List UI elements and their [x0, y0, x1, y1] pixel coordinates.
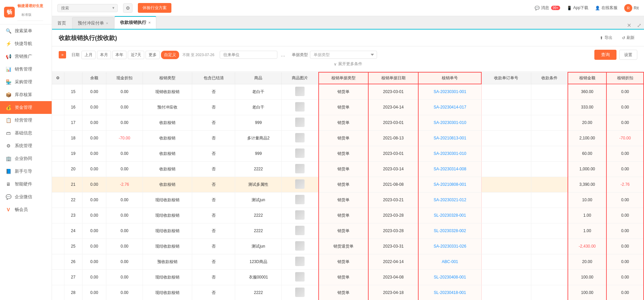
td-receipt-order-no: [481, 84, 531, 99]
writeoff-bill-no-link[interactable]: SL-20230418-001: [434, 290, 466, 295]
td-included-settled: 否: [192, 285, 235, 300]
writeoff-bill-no-link[interactable]: SL-20230328-002: [434, 228, 466, 233]
close-window-button[interactable]: ✕: [625, 22, 633, 29]
td-writeoff-type: 预付冲应收: [143, 99, 192, 115]
writeoff-bill-no-link[interactable]: SL-20230408-001: [434, 275, 466, 280]
td-goods-img: [282, 99, 319, 115]
user-avatar[interactable]: R Rit: [624, 4, 639, 12]
filter-date-7days[interactable]: 近7天: [128, 51, 144, 59]
export-button[interactable]: ⬆ 导出: [597, 34, 615, 42]
td-settings: [52, 161, 64, 177]
th-writeoff-discount: 核销折扣: [606, 72, 644, 84]
th-writeoff-type: 核销类型: [143, 72, 192, 84]
th-settings[interactable]: ⚙: [52, 72, 64, 84]
writeoff-bill-no-link[interactable]: SA-20230331-026: [434, 244, 466, 249]
writeoff-bill-no-link[interactable]: SL-20230328-001: [434, 213, 466, 218]
writeoff-bill-no-link[interactable]: SA-20230321-012: [434, 198, 466, 202]
sidebar-item-hardware[interactable]: 🖥 智能硬件: [0, 178, 52, 190]
sidebar-item-operation[interactable]: 📋 经营管理: [0, 114, 52, 127]
writeoff-bill-no-link[interactable]: ABC-001: [442, 259, 458, 264]
td-writeoff-date: 2023-03-21: [368, 192, 418, 208]
sidebar-item-vip[interactable]: V 畅会员: [0, 203, 52, 216]
chevron-down-icon: ▼: [112, 6, 115, 10]
writeoff-bill-no-link[interactable]: SA-20230301-010: [434, 120, 466, 125]
topbar-gear-button[interactable]: ⚙: [123, 3, 132, 13]
sidebar-item-sales[interactable]: 📊 销售管理: [0, 63, 52, 76]
td-writeoff-type: 现结收款核销: [143, 208, 192, 223]
filter-date-thismonth[interactable]: 本月: [97, 51, 111, 59]
quicknav-icon: ⚡: [5, 41, 11, 47]
sidebar-item-system[interactable]: ⚙ 系统管理: [0, 139, 52, 152]
tab-home[interactable]: 首页: [52, 17, 71, 29]
expand-window-button[interactable]: ⤢: [635, 22, 643, 29]
service-icon: 👤: [595, 6, 600, 10]
filter-bill-type-select[interactable]: 单据类型: [310, 51, 377, 59]
td-writeoff-amount: 100.00: [568, 269, 606, 285]
writeoff-bill-no-link[interactable]: SA-20230301-001: [434, 89, 466, 94]
td-idx: 28: [64, 285, 82, 300]
td-writeoff-type: 收款核销: [143, 115, 192, 130]
sidebar-item-search[interactable]: 🔍 搜索菜单: [0, 25, 52, 37]
sidebar-item-corp[interactable]: 🏢 企业协同: [0, 152, 52, 165]
tab-prepay[interactable]: 预付冲应付单 ×: [72, 17, 114, 29]
writeoff-bill-no-link[interactable]: SA-20230414-017: [434, 105, 466, 110]
sidebar-item-quicknav[interactable]: ⚡ 快捷导航: [0, 37, 52, 50]
writeoff-bill-no-link[interactable]: SA-20230314-008: [434, 167, 466, 171]
settings-button[interactable]: 设置: [619, 50, 637, 60]
sidebar-item-guide[interactable]: 📘 新手引导: [0, 165, 52, 178]
th-idx: [64, 72, 82, 84]
query-button[interactable]: 查询: [594, 50, 616, 60]
writeoff-bill-no-link[interactable]: SA-20210808-001: [434, 182, 466, 187]
message-button[interactable]: 💬 消息 99+: [535, 5, 560, 11]
table-row: 24 0.00 0.00 现结收款核销 否 2222 销货单 2023-03-2…: [52, 223, 644, 239]
writeoff-bill-no-link[interactable]: SA-20210813-001: [434, 136, 466, 140]
sidebar-item-base[interactable]: 🗃 基础信息: [0, 127, 52, 139]
filter-date-custom[interactable]: 自定义: [161, 51, 179, 59]
expand-more-conditions[interactable]: ∨ 展开更多条件: [59, 60, 637, 68]
td-goods-img: [282, 208, 319, 223]
online-service-button[interactable]: 👤 在线客服: [595, 5, 618, 11]
td-writeoff-amount: 1,000.00: [568, 161, 606, 177]
td-writeoff-discount: 0.00: [606, 285, 644, 300]
mobile-icon: 📱: [567, 6, 572, 10]
tab-close-prepay[interactable]: ×: [106, 21, 108, 25]
th-included-settled: 包含已结清: [192, 72, 235, 84]
sidebar-item-purchase[interactable]: 🏪 采购管理: [0, 76, 52, 88]
app-download-button[interactable]: 📱 App下载: [567, 5, 588, 11]
td-idx: 20: [64, 161, 82, 177]
td-cash-discount: 0.00: [106, 254, 143, 269]
sidebar-item-finance[interactable]: 💰 资金管理: [0, 101, 52, 114]
td-writeoff-bill-type: 销货单: [319, 269, 369, 285]
sidebar-item-wechat[interactable]: 💬 企业微信: [0, 190, 52, 203]
td-writeoff-date: 2023-04-08: [368, 269, 418, 285]
tab-close-collection[interactable]: ×: [148, 20, 150, 25]
td-writeoff-date: 2023-03-28: [368, 208, 418, 223]
filter-from-unit-input[interactable]: [220, 51, 277, 59]
writeoff-bill-no-link[interactable]: SA-20230301-010: [434, 151, 466, 156]
filter-date-thisyear[interactable]: 本年: [112, 51, 126, 59]
industry-solution-button[interactable]: 休验行业方案: [138, 3, 171, 13]
td-receipt-cond: [531, 192, 568, 208]
refresh-button[interactable]: ↺ 刷新: [619, 34, 637, 42]
filter-unit-group: ...: [220, 51, 286, 59]
td-writeoff-type: 现结收款核销: [143, 269, 192, 285]
tab-collection[interactable]: 收款核销执行 ×: [114, 16, 156, 29]
sidebar-item-marketing[interactable]: 📢 营销推广: [0, 50, 52, 63]
td-included-settled: 否: [192, 146, 235, 161]
th-writeoff-date: 核销单据日期: [368, 72, 418, 84]
topbar-search-input[interactable]: [57, 4, 118, 12]
filter-date-more[interactable]: 更多: [146, 51, 160, 59]
td-receipt-cond: [531, 177, 568, 192]
td-writeoff-bill-type: 销货单: [319, 146, 369, 161]
td-settings: [52, 99, 64, 115]
td-writeoff-bill-type: 销货单: [319, 285, 369, 300]
finance-icon: 💰: [5, 104, 11, 111]
filter-expand-arrow[interactable]: »: [59, 51, 66, 58]
td-writeoff-discount: 0.00: [606, 84, 644, 99]
td-goods: 测试jun: [235, 192, 282, 208]
td-goods: 2222: [235, 161, 282, 177]
td-receipt-cond: [531, 285, 568, 300]
sidebar-item-inventory[interactable]: 📦 库存核算: [0, 88, 52, 101]
td-receipt-order-no: [481, 99, 531, 115]
filter-date-lastmonth[interactable]: 上月: [82, 51, 96, 59]
